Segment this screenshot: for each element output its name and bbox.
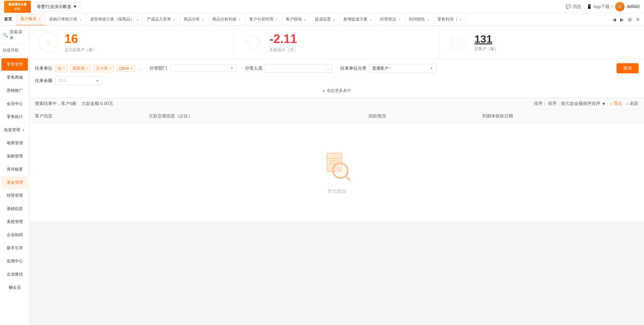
empty-row: 暂无数据: [30, 123, 644, 222]
remove-filter-2[interactable]: ×: [109, 66, 112, 71]
tab-profit-report[interactable]: 利润报告 ×: [405, 13, 433, 26]
sidebar-item-inventory[interactable]: 库存核算: [1, 163, 28, 176]
sidebar-item-basic-info[interactable]: 基础信息: [1, 203, 28, 215]
close-icon[interactable]: ×: [173, 17, 175, 22]
tab-purchase-stats[interactable]: 进货单统计表（按商品） ×: [86, 13, 143, 26]
sidebar-quick-nav[interactable]: 快捷导航: [0, 45, 29, 56]
close-icon[interactable]: ×: [79, 17, 81, 22]
remove-filter-0[interactable]: ×: [63, 66, 65, 71]
data-table: 客户信息 欠款交易信息（占比） 回款情况 到期未收款日期: [30, 110, 644, 221]
close-icon[interactable]: ×: [136, 17, 138, 22]
person-more-icon[interactable]: ...: [326, 66, 329, 71]
sidebar-item-retail[interactable]: 零售管理: [1, 58, 28, 71]
tab-home[interactable]: 首页: [0, 13, 16, 26]
app-download-btn[interactable]: 📱 App下载: [587, 4, 610, 10]
refresh-btn[interactable]: ○ 刷新: [626, 101, 639, 107]
remove-category-tag[interactable]: ×: [389, 66, 391, 71]
sidebar-item-finance[interactable]: 资金管理: [1, 176, 28, 189]
sidebar-item-retail-store[interactable]: 零售商城: [1, 71, 28, 84]
sidebar-nav: 零售管理 零售商城 营销推广 会员中心 零售统计 批发管理 ▼ 电商管理 采: [0, 56, 29, 296]
tab-new-improve[interactable]: 新增提成方案 ×: [339, 13, 376, 26]
sidebar-item-app-center[interactable]: 应用中心: [1, 255, 28, 267]
brand-logo: 畅捷通好生意 标版: [4, 1, 31, 13]
search-icon: 🔍: [3, 33, 8, 38]
remove-filter-3[interactable]: ×: [130, 66, 133, 71]
tab-retail-profit[interactable]: 零售利润（ ×: [433, 13, 466, 26]
dept-select[interactable]: ▼: [170, 65, 237, 72]
tab-customer-tier[interactable]: 客户分层经营 ×: [245, 13, 282, 26]
close-all-tabs-btn[interactable]: ✕: [635, 16, 641, 23]
message-btn[interactable]: 💬 消息: [566, 4, 581, 10]
tab-operation[interactable]: 经营情况 ×: [376, 13, 404, 26]
top-bar-left: 畅捷通好生意 标版 母婴行业演示帐套 ▼: [4, 1, 80, 13]
sidebar-item-purchase[interactable]: 采购管理: [1, 150, 28, 162]
export-btn[interactable]: ○ 导出: [610, 101, 622, 107]
close-icon[interactable]: ×: [39, 17, 41, 21]
tab-product-analysis[interactable]: 商品分析 ×: [180, 13, 208, 26]
filter-tag-unit-all[interactable]: 伍 ×: [55, 65, 68, 72]
close-icon[interactable]: ×: [460, 17, 462, 22]
sort-selector[interactable]: 排序： 排序：按欠款金额倒序排序 ▼: [534, 101, 606, 107]
close-icon[interactable]: ×: [304, 17, 306, 22]
close-icon[interactable]: ×: [275, 17, 277, 22]
remove-filter-1[interactable]: ×: [86, 66, 88, 71]
next-tab-btn[interactable]: ▶: [619, 16, 625, 23]
balance-arrow-icon: ▼: [95, 79, 99, 83]
tab-improve-settings[interactable]: 提成设置 ×: [311, 13, 339, 26]
chevron-down-icon: ▼: [73, 4, 77, 9]
expand-tabs-btn[interactable]: ⊞: [627, 16, 633, 23]
sidebar: 🔍 搜索菜单 快捷导航 零售管理 零售商城 营销推广 会员中心 零售统计 批发管…: [0, 26, 30, 325]
category-select[interactable]: 普通客户 × ▼: [369, 64, 436, 73]
close-icon[interactable]: ×: [202, 17, 204, 22]
sidebar-item-system[interactable]: 系统管理: [1, 216, 28, 228]
close-icon[interactable]: ×: [427, 17, 429, 22]
card-debt-customers: ¥ 16 总欠款客户（家）: [30, 26, 234, 59]
collapse-button[interactable]: ∧ 收起更多条件: [323, 88, 351, 94]
chevron-up-icon: ∧: [323, 88, 326, 93]
card-debt-total: -2.11 欠款合计（万）: [234, 26, 439, 59]
result-info: 搜索结果中，客户0家 欠款金额 0.00元: [35, 101, 113, 107]
sidebar-item-vip[interactable]: 畅会员: [1, 281, 28, 294]
svg-rect-9: [461, 46, 463, 48]
sidebar-item-wechat[interactable]: 企业微信: [1, 268, 28, 281]
dept-filter-label: 分管部门: [149, 65, 167, 71]
sidebar-item-ecommerce[interactable]: 电商管理: [1, 137, 28, 149]
filter-tag-unit-1[interactable]: 陈民强 ×: [70, 65, 91, 72]
balance-select[interactable]: 选择... ▼: [55, 76, 102, 85]
sidebar-search[interactable]: 🔍 搜索菜单: [0, 26, 29, 45]
filter-row-collapse: ∧ 收起更多条件: [35, 88, 639, 94]
tab-accounts[interactable]: 客户账本 ×: [16, 13, 45, 26]
company-selector[interactable]: 母婴行业演示帐套 ▼: [34, 2, 80, 11]
empty-illustration: [320, 150, 354, 184]
tab-product-analysis-list[interactable]: 商品分析列表 ×: [208, 13, 245, 26]
sidebar-item-operations[interactable]: 经营管理: [1, 189, 28, 202]
top-bar: 畅捷通好生意 标版 母婴行业演示帐套 ▼ 💬 消息 📱 App下载 d demo…: [0, 0, 644, 13]
sidebar-item-member[interactable]: 会员中心: [1, 98, 28, 110]
sidebar-item-enterprise[interactable]: 企业协同: [1, 229, 28, 241]
debt-total-value: -2.11: [269, 32, 298, 46]
category-filter-label: 往来单位分类: [340, 65, 367, 71]
query-button[interactable]: 查询: [616, 63, 639, 73]
filter-tag-unit-2[interactable]: 王小亮 ×: [93, 65, 114, 72]
close-icon[interactable]: ×: [398, 17, 400, 22]
more-tags-btn[interactable]: ...: [138, 66, 141, 71]
building-icon: [447, 32, 469, 53]
sidebar-item-retail-stats[interactable]: 零售统计: [1, 111, 28, 123]
close-icon[interactable]: ×: [370, 17, 372, 22]
sidebar-item-wholesale[interactable]: 批发管理 ▼: [1, 124, 28, 136]
category-tag[interactable]: 普通客户 ×: [372, 66, 391, 71]
diamond-icon: [243, 32, 264, 53]
close-icon[interactable]: ×: [333, 17, 335, 22]
total-customers-label: 总客户（家）: [474, 46, 499, 52]
sidebar-item-marketing[interactable]: 营销推广: [1, 84, 28, 97]
table-header-row: 客户信息 欠款交易信息（占比） 回款情况 到期未收款日期: [30, 110, 644, 123]
filter-tag-unit-3[interactable]: cjttcw ×: [117, 65, 135, 72]
prev-tab-btn[interactable]: ◀: [611, 16, 617, 23]
sort-arrow-icon: ▼: [601, 101, 606, 106]
close-icon[interactable]: ×: [239, 17, 241, 22]
sidebar-item-guide[interactable]: 新手引导: [1, 242, 28, 254]
tab-customer-contact[interactable]: 客户联络 ×: [282, 13, 310, 26]
person-select[interactable]: ...: [265, 64, 332, 73]
tab-product-inbound[interactable]: 产成品入库单 ×: [143, 13, 179, 26]
tab-purchase-orders[interactable]: 采购订单统计表 ×: [45, 13, 86, 26]
